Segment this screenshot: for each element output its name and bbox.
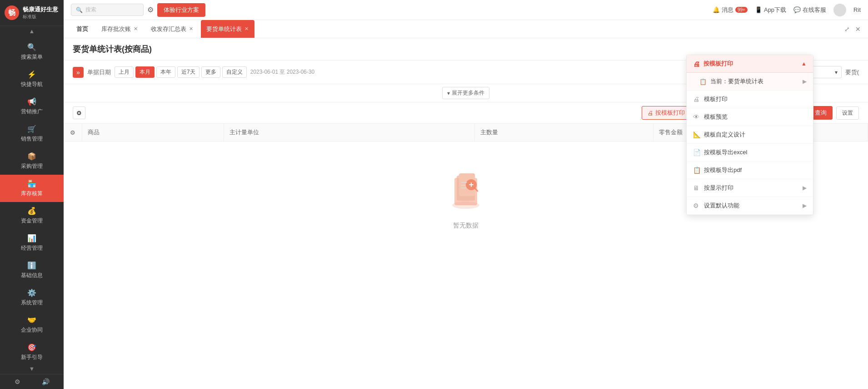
settings-bottom-icon[interactable]: ⚙ [15,378,20,385]
sidebar-item-system[interactable]: ⚙️系统管理 [0,284,64,311]
dropdown-item-export-pdf[interactable]: 📋 按模板导出pdf [687,162,813,179]
notification-item[interactable]: 🔔 消息 99+ [713,6,748,14]
dropdown-set-default-left: ⚙ 设置默认功能 [693,202,739,210]
search-input[interactable]: 🔍 搜索 [71,4,144,16]
dropdown-item-template-design[interactable]: 📐 模板自定义设计 [687,126,813,144]
sidebar-item-operations[interactable]: 📊经营管理 [0,229,64,257]
date-btn-custom[interactable]: 自定义 [222,66,247,78]
sidebar-item-inventory[interactable]: 🏪库存核算 [0,175,64,202]
dropdown-print-icon: 🖨 [693,60,700,68]
settings-col-button[interactable]: ⚙ [73,106,85,119]
avatar[interactable] [833,4,846,16]
print-icon: 🖨 [648,110,653,116]
dropdown-set-default[interactable]: ⚙ 设置默认功能 ▶ [687,197,813,215]
sound-bottom-icon[interactable]: 🔊 [42,378,50,385]
tab-close-inventory-batch[interactable]: ✕ [134,26,138,32]
cooperation-icon: 🤝 [27,316,36,324]
tab-close-order-stats[interactable]: ✕ [244,26,249,32]
template-print-icon: 🖨 [693,96,700,103]
topbar-right: 🔔 消息 99+ 📱 App下载 💬 在线客服 Rit [713,4,861,16]
app-download-item[interactable]: 📱 App下载 [755,6,786,14]
tab-close-receivable-summary[interactable]: ✕ [189,26,193,32]
sidebar-item-sales[interactable]: 🛒销售管理 [0,120,64,147]
online-support-icon: 💬 [793,6,801,13]
finance-icon: 💰 [27,207,36,215]
app-download-icon: 📱 [755,6,762,13]
sidebar-item-label-guide: 新手引导 [21,354,43,361]
dropdown-item-template-preview[interactable]: 👁 模板预览 [687,108,813,126]
sidebar-item-purchase[interactable]: 📦采购管理 [0,147,64,175]
sidebar-item-finance[interactable]: 💰资金管理 [0,202,64,229]
sales-icon: 🛒 [27,125,36,133]
sidebar-item-label-inventory: 库存核算 [21,190,43,197]
date-filter-label: 单据日期 [87,68,111,76]
search-icon: 🔍 [76,7,83,13]
sidebar-item-label-purchase: 采购管理 [21,162,43,170]
sidebar-item-marketing[interactable]: 📢营销推广 [0,93,64,120]
sidebar-item-label-basic: 基础信息 [21,272,43,279]
app-logo-text: 畅康通好生意 标准版 [23,5,58,20]
sidebar-item-cooperation[interactable]: 🤝企业协同 [0,311,64,338]
topbar: 🔍 搜索 ⚙ 体验行业方案 🔔 消息 99+ 📱 App下载 💬 在线客服 Ri… [64,0,868,20]
dropdown-display-print[interactable]: 🖥 按显示打印 ▶ [687,179,813,197]
filter-expand-button[interactable]: » [73,67,84,78]
dropdown-item-export-excel[interactable]: 📄 按模板导出excel [687,144,813,162]
tab-close-all-icon[interactable]: ✕ [855,25,861,33]
page-title: 要货单统计表(按商品) [73,44,859,55]
date-btn-more[interactable]: 更多 [201,66,220,78]
sidebar-nav: 🔍搜索菜单⚡快捷导航📢营销推广🛒销售管理📦采购管理🏪库存核算💰资金管理📊经营管理… [0,36,64,364]
tab-fullscreen-icon[interactable]: ⤢ [844,25,850,33]
content-area: 要货单统计表(按商品) » 单据日期 上月 本月 本年 近7天 更多 自定义 2… [64,38,868,389]
print-dropdown[interactable]: 🖨 按模板打印 ▲ 📋 当前：要货单统计表 ▶ 🖨 模板打印 [686,55,813,215]
empty-text: 暂无数据 [453,222,479,230]
cargo-filter-label: 要货( [845,68,859,76]
dropdown-current-label-group: 📋 当前：要货单统计表 [699,77,763,86]
sidebar-bottom: ⚙ 🔊 [0,374,64,389]
sidebar-item-basic[interactable]: ℹ️基础信息 [0,257,64,284]
user-name[interactable]: Rit [853,6,861,13]
date-btn-last-month[interactable]: 上月 [115,66,134,78]
sidebar-item-label-cooperation: 企业协同 [21,326,43,334]
sidebar-scroll-up[interactable]: ▲ [0,26,64,36]
expand-more-icon: ▾ [447,90,450,96]
dropdown-header[interactable]: 🖨 按模板打印 ▲ [687,55,813,73]
topbar-gear-icon[interactable]: ⚙ [147,5,154,14]
notification-icon: 🔔 [713,6,720,13]
purchase-icon: 📦 [27,152,36,161]
sidebar-scroll-down[interactable]: ▼ [0,364,64,374]
col-unit: 主计量单位 [224,124,475,141]
select-arrow-icon: ▾ [835,69,838,76]
expand-more-button[interactable]: ▾ 展开更多条件 [442,87,489,99]
set-default-icon: ⚙ [693,202,700,209]
tab-order-stats[interactable]: 要货单统计表 ✕ [201,20,254,38]
operations-icon: 📊 [27,234,36,242]
current-template-icon: 📋 [699,78,707,85]
date-range-text: 2023-06-01 至 2023-06-30 [250,68,314,76]
col-settings[interactable]: ⚙ [64,124,82,141]
date-btn-this-month[interactable]: 本月 [135,66,155,78]
dropdown-current-item[interactable]: 📋 当前：要货单统计表 ▶ [687,73,813,91]
sidebar-item-label-search: 搜索菜单 [21,53,43,61]
sidebar-item-quick[interactable]: ⚡快捷导航 [0,66,64,93]
sidebar-item-search[interactable]: 🔍搜索菜单 [0,38,64,66]
template-design-icon: 📐 [693,131,700,138]
tab-inventory-batch[interactable]: 库存批次账 ✕ [96,20,144,38]
inventory-icon: 🏪 [27,179,36,188]
tab-receivable-summary[interactable]: 收发存汇总表 ✕ [145,20,199,38]
dropdown-item-template-print[interactable]: 🖨 模板打印 [687,91,813,108]
toolbar-left: ⚙ [73,106,85,119]
col-product: 商品 [82,124,224,141]
settings-button[interactable]: 设置 [836,106,859,120]
tab-home[interactable]: 首页 [71,20,94,38]
online-support-item[interactable]: 💬 在线客服 [793,6,826,14]
settings-col-icon: ⚙ [76,110,82,116]
sidebar-logo: 畅 畅康通好生意 标准版 [0,0,64,26]
marketing-icon: 📢 [27,97,36,106]
sidebar-item-guide[interactable]: 🎯新手引导 [0,338,64,364]
display-print-arrow-icon: ▶ [803,185,807,191]
sidebar-item-label-quick: 快捷导航 [21,81,43,88]
date-btn-7days[interactable]: 近7天 [177,66,200,78]
trial-button[interactable]: 体验行业方案 [157,3,205,17]
export-pdf-icon: 📋 [693,167,700,174]
date-btn-this-year[interactable]: 本年 [156,66,175,78]
